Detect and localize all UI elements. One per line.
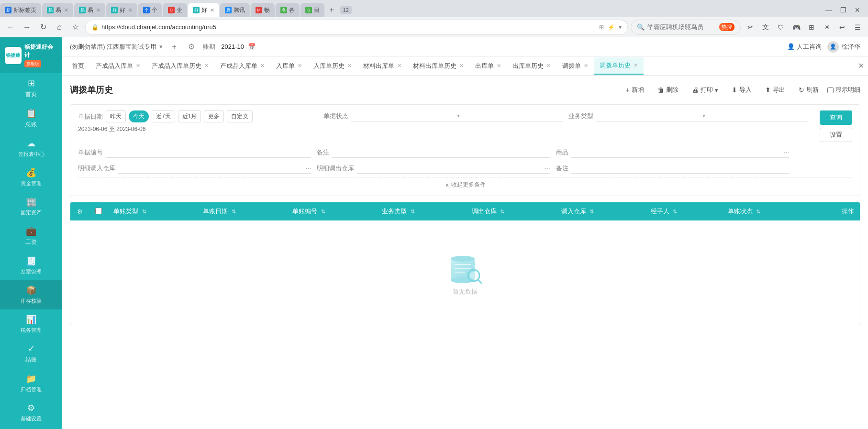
new-tab-button[interactable]: + <box>325 5 338 15</box>
page-tab-transfer-history[interactable]: 调拨单历史 ✕ <box>594 57 644 75</box>
col-handler[interactable]: 经手人 ⇅ <box>645 202 722 220</box>
back-button[interactable]: ← <box>4 21 17 34</box>
col-no[interactable]: 单账编号 ⇅ <box>287 202 376 220</box>
gamepad-button[interactable]: 🎮 <box>790 21 803 34</box>
page-tab-finished-in2-close[interactable]: ✕ <box>260 63 265 69</box>
user-info[interactable]: 👤 徐泽华 <box>827 41 860 53</box>
status-select[interactable]: ▾ <box>351 110 563 121</box>
page-tab-finished-in-history-close[interactable]: ✕ <box>204 63 209 69</box>
search-input[interactable] <box>647 23 714 31</box>
shield-button[interactable]: 🛡 <box>774 21 788 34</box>
browser-tab-5[interactable]: 个 个 <box>138 3 162 17</box>
date-yesterday-button[interactable]: 昨天 <box>106 110 126 122</box>
date-more-button[interactable]: 更多 <box>204 110 224 122</box>
page-tab-material-out-history-close[interactable]: ✕ <box>459 63 464 69</box>
company-selector[interactable]: (勿删勿禁用) 江西服宝测试专用 ▾ <box>70 43 163 51</box>
page-tab-home[interactable]: 首页 <box>66 57 90 75</box>
business-type-select[interactable]: ▾ <box>596 110 808 121</box>
refresh-browser-button[interactable]: ↻ <box>36 21 50 34</box>
add-company-button[interactable]: + <box>168 41 180 53</box>
delete-button[interactable]: 🗑 删除 <box>653 83 683 97</box>
sidebar-item-settings[interactable]: ⚙ 基础设置 <box>0 398 62 427</box>
sidebar-item-ledger[interactable]: 📋 总账 <box>0 103 62 133</box>
history-back-button[interactable]: ↩ <box>835 21 849 34</box>
page-tab-outbound-close[interactable]: ✕ <box>497 63 501 69</box>
lightning-icon[interactable]: ⚡ <box>608 24 615 31</box>
sidebar-item-closing[interactable]: ✓ 结账 <box>0 339 62 369</box>
grid-view-button[interactable]: ⊞ <box>805 21 818 34</box>
detail-out-dots-icon[interactable]: ··· <box>545 164 550 172</box>
forward-button[interactable]: → <box>20 21 33 34</box>
search-button[interactable]: 查询 <box>820 110 852 125</box>
service-button[interactable]: 👤 人工咨询 <box>787 43 822 51</box>
tab-close-7[interactable]: ✕ <box>210 7 214 13</box>
col-date[interactable]: 单账日期 ⇅ <box>197 202 287 220</box>
browser-tab-1[interactable]: 新 新标签页 <box>0 3 41 17</box>
sidebar-item-tax[interactable]: 📊 税务管理 <box>0 309 62 339</box>
sidebar-item-invoice[interactable]: 🧾 发票管理 <box>0 251 62 280</box>
page-tab-inbound-close[interactable]: ✕ <box>298 63 302 69</box>
search-bar[interactable]: 🔍 热搜 <box>631 20 741 35</box>
close-all-tabs-button[interactable]: ✕ <box>858 61 864 70</box>
tab-count[interactable]: 12 <box>340 6 352 14</box>
address-bar[interactable]: 🔒 https://cloud.chanjet.com/accounting/u… <box>85 20 628 35</box>
win-minimize-button[interactable]: — <box>822 5 835 15</box>
display-toggle-checkbox[interactable] <box>827 87 834 93</box>
scissors-button[interactable]: ✂ <box>744 21 757 34</box>
page-tab-outbound-history[interactable]: 出库单历史 ✕ <box>507 57 556 75</box>
page-tab-material-out-history[interactable]: 材料出库单历史 ✕ <box>407 57 469 75</box>
browser-tab-3[interactable]: 易 易 ✕ <box>74 3 105 17</box>
import-button[interactable]: ⬇ 导入 <box>727 83 757 97</box>
win-restore-button[interactable]: ❐ <box>836 5 850 15</box>
detail-out-selector[interactable]: ··· <box>357 163 550 174</box>
page-tab-transfer[interactable]: 调拨单 ✕ <box>556 57 594 75</box>
bookmark-button[interactable]: ☆ <box>69 21 82 34</box>
dropdown-icon[interactable]: ▾ <box>619 24 622 31</box>
translate-button[interactable]: 文 <box>759 21 772 34</box>
tab-close-4[interactable]: ✕ <box>128 7 133 13</box>
period-value[interactable]: 2021-10 📅 <box>221 43 255 50</box>
date-1month-button[interactable]: 近1月 <box>178 110 201 122</box>
sidebar-item-inventory[interactable]: 📦 库存核算 <box>0 280 62 309</box>
theme-button[interactable]: ☀ <box>820 21 834 34</box>
date-custom-button[interactable]: 自定义 <box>227 110 253 122</box>
detail-in-dots-icon[interactable]: ··· <box>306 164 312 172</box>
win-close-button[interactable]: ✕ <box>851 5 864 15</box>
menu-button[interactable]: ☰ <box>851 21 864 34</box>
page-tab-inbound[interactable]: 入库单 ✕ <box>270 57 308 75</box>
col-out-warehouse[interactable]: 调出仓库 ⇅ <box>466 202 556 220</box>
display-toggle[interactable]: 显示明细 <box>827 86 860 94</box>
page-tab-transfer-history-close[interactable]: ✕ <box>634 62 638 68</box>
page-tab-inbound-history-close[interactable]: ✕ <box>347 63 352 69</box>
goods-dots-icon[interactable]: ··· <box>783 148 789 156</box>
browser-tab-4[interactable]: 好 好 ✕ <box>106 3 137 17</box>
page-tab-finished-in-history[interactable]: 产成品入库单历史 ✕ <box>146 57 214 75</box>
sidebar-item-fund[interactable]: 💰 资金管理 <box>0 163 62 192</box>
page-tab-transfer-close[interactable]: ✕ <box>584 63 588 69</box>
goods-selector[interactable]: ··· <box>571 147 789 158</box>
check-col-header[interactable] <box>89 202 108 220</box>
browser-tab-8[interactable]: 腾 腾讯 <box>220 3 250 17</box>
refresh-button[interactable]: ↻ 刷新 <box>794 83 823 97</box>
browser-tab-7[interactable]: 好 好 ✕ <box>188 3 219 17</box>
sidebar-item-cloud-report[interactable]: ☁ 云报表中心 <box>0 133 62 163</box>
grid-icon[interactable]: ⊞ <box>599 24 604 31</box>
collapse-button[interactable]: ∧ 收起更多条件 <box>445 181 486 189</box>
tab-close-2[interactable]: ✕ <box>64 7 68 13</box>
settings-col-header[interactable]: ⚙ <box>70 202 89 220</box>
select-all-checkbox[interactable] <box>95 208 102 214</box>
sidebar-item-fixed-assets[interactable]: 🏢 固定资产 <box>0 192 62 221</box>
detail-in-selector[interactable]: ··· <box>118 163 311 174</box>
browser-tab-10[interactable]: 各 各 <box>276 3 300 17</box>
col-status[interactable]: 单账状态 ⇅ <box>722 202 812 220</box>
date-7days-button[interactable]: 近7天 <box>152 110 175 122</box>
sidebar-item-guide[interactable]: 🎓 新手引导 <box>0 427 62 429</box>
page-tab-finished-in-close[interactable]: ✕ <box>136 63 140 69</box>
browser-tab-2[interactable]: 易 易 ✕ <box>42 3 73 17</box>
table-settings-icon[interactable]: ⚙ <box>77 208 83 215</box>
set-button[interactable]: 设置 <box>820 128 852 142</box>
col-business-type[interactable]: 业务类型 ⇅ <box>376 202 466 220</box>
page-tab-material-out[interactable]: 材料出库单 ✕ <box>357 57 407 75</box>
sidebar-item-salary[interactable]: 💼 工资 <box>0 221 62 251</box>
tab-close-3[interactable]: ✕ <box>96 7 100 13</box>
